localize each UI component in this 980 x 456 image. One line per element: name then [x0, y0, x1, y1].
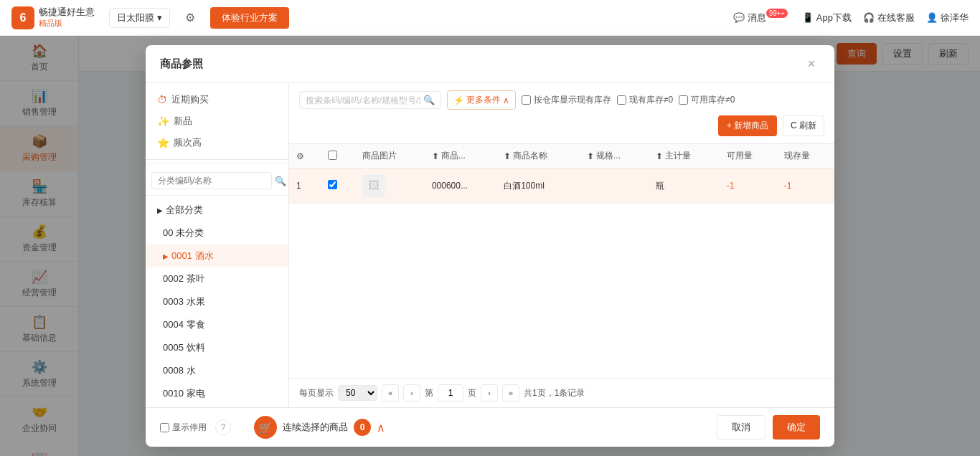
left-panel: ⏱ 近期购买 ✨ 新品 ⭐ 频次高: [146, 83, 289, 407]
category-0001[interactable]: ▶ 0001 酒水: [146, 244, 288, 267]
page-prev-btn[interactable]: ‹: [403, 384, 420, 402]
app-icon: 📱: [802, 12, 814, 23]
modal-overlay: 商品参照 × ⏱ 近期购买 ✨ 新品: [0, 36, 980, 456]
refresh-product-button[interactable]: C 刷新: [783, 115, 824, 136]
help-icon[interactable]: ?: [215, 419, 231, 435]
right-panel: 🔍 ⚡ 更多条件 ∧ 按仓库显示现有库存: [289, 83, 834, 407]
pagination: 每页显示 50 100 200 « ‹ 第 页 ›: [289, 378, 834, 407]
new-products-tab[interactable]: ✨ 新品: [151, 110, 283, 132]
page-suffix: 页: [468, 387, 476, 399]
category-00[interactable]: 00 未分类: [146, 222, 288, 244]
nav-service[interactable]: 🎧 在线客服: [863, 11, 915, 24]
cart-icon[interactable]: 🛒: [254, 416, 277, 439]
category-0010[interactable]: 0010 家电: [146, 382, 288, 405]
sort-icon-unit: ⬆: [656, 151, 663, 161]
top-nav: 6 畅捷通好生意 精品版 日太阳膜 ▾ ⚙ 体验行业方案 💬 消息 99++ 📱…: [0, 0, 980, 36]
nav-dropdown[interactable]: 日太阳膜 ▾: [109, 8, 170, 28]
logo-text: 畅捷通好生意 精品版: [39, 6, 95, 29]
category-0004[interactable]: 0004 零食: [146, 313, 288, 336]
toolbar: 🔍 ⚡ 更多条件 ∧ 按仓库显示现有库存: [289, 83, 834, 144]
sort-icon: ⬆: [432, 151, 439, 161]
row-checkbox[interactable]: [328, 180, 337, 189]
th-spec[interactable]: ⬆ 规格...: [580, 144, 649, 168]
page-label: 第: [425, 387, 433, 399]
th-name[interactable]: ⬆ 商品名称: [496, 144, 580, 168]
category-0005[interactable]: 0005 饮料: [146, 336, 288, 359]
confirm-button[interactable]: 确定: [773, 415, 820, 440]
recent-purchase-tab[interactable]: ⏱ 近期购买: [151, 89, 283, 110]
page-input[interactable]: [438, 384, 463, 402]
add-product-button[interactable]: + 新增商品: [718, 115, 777, 136]
checkbox-warehouse[interactable]: 按仓库显示现有库存: [522, 94, 611, 106]
message-icon: 💬: [733, 12, 745, 23]
page-last-btn[interactable]: »: [502, 384, 519, 402]
product-table-wrap: ⚙ 商品图片 ⬆ 商品...: [289, 144, 834, 378]
select-all-checkbox[interactable]: [328, 151, 337, 160]
cancel-button[interactable]: 取消: [717, 415, 765, 440]
chevron-down-icon: ▾: [157, 12, 162, 23]
modal-footer: 显示停用 ? 🛒 连续选择的商品 0 ∧ 取消 确定: [146, 407, 834, 447]
page-next-btn[interactable]: ›: [481, 384, 498, 402]
arrow-icon: ▶: [157, 206, 163, 214]
cell-name: 白酒100ml: [496, 168, 580, 204]
sort-icon-spec: ⬆: [587, 151, 594, 161]
modal-header: 商品参照 ×: [146, 45, 834, 83]
experience-btn[interactable]: 体验行业方案: [210, 7, 289, 29]
recent-icon: ⏱: [157, 94, 167, 105]
cell-checkbox[interactable]: [321, 168, 354, 204]
search-input-wrap: 🔍: [299, 91, 441, 109]
th-code[interactable]: ⬆ 商品...: [425, 144, 496, 168]
cell-index: 1: [289, 168, 321, 204]
page-first-btn[interactable]: «: [382, 384, 399, 402]
category-all[interactable]: ▶ 全部分类: [146, 199, 288, 222]
th-avail: 可用量: [720, 144, 777, 168]
category-search-input[interactable]: [151, 172, 272, 189]
warehouse-checkbox[interactable]: [522, 95, 531, 105]
checkbox-avail-ne0[interactable]: 可用库存≠0: [679, 94, 735, 106]
nav-right: 💬 消息 99++ 📱 App下载 🎧 在线客服 👤 徐泽华: [733, 11, 969, 24]
footer-cart: 🛒 连续选择的商品 0 ∧: [254, 416, 385, 439]
th-stock: 现存量: [777, 144, 834, 168]
category-0003[interactable]: 0003 水果: [146, 290, 288, 313]
search-input[interactable]: [306, 95, 420, 105]
left-panel-tabs: ⏱ 近期购买 ✨ 新品 ⭐ 频次高: [146, 83, 288, 160]
cart-collapse-icon[interactable]: ∧: [377, 421, 385, 434]
message-badge: 99++: [766, 9, 788, 18]
stock-ne0-checkbox[interactable]: [617, 95, 626, 105]
category-0002[interactable]: 0002 茶叶: [146, 267, 288, 290]
avail-ne0-checkbox[interactable]: [679, 95, 688, 105]
logo-area: 6 畅捷通好生意 精品版: [11, 6, 95, 29]
disabled-checkbox[interactable]: [160, 423, 169, 432]
arrow-icon-0001: ▶: [163, 252, 169, 260]
show-disabled-checkbox[interactable]: 显示停用: [160, 422, 207, 434]
category-0008[interactable]: 0008 水: [146, 359, 288, 382]
cell-code: 000600...: [425, 168, 496, 204]
nav-user[interactable]: 👤 徐泽华: [926, 11, 969, 24]
per-page-select[interactable]: 50 100 200: [338, 385, 377, 401]
nav-message[interactable]: 💬 消息 99++: [733, 11, 791, 24]
th-checkbox[interactable]: [321, 144, 354, 168]
nav-gear-icon[interactable]: ⚙: [179, 6, 202, 29]
table-row[interactable]: 1 🖼 000600... 白酒100ml 瓶: [289, 168, 834, 204]
th-settings[interactable]: ⚙: [289, 144, 321, 168]
toolbar-right: + 新增商品 C 刷新: [718, 115, 824, 136]
sort-icon-name: ⬆: [504, 151, 511, 161]
filter-icon: ⚡: [453, 95, 464, 105]
star-icon: ⭐: [157, 137, 169, 148]
service-icon: 🎧: [863, 12, 875, 23]
cell-spec: [580, 168, 649, 204]
filter-btn[interactable]: ⚡ 更多条件 ∧: [447, 90, 516, 110]
frequent-tab[interactable]: ⭐ 频次高: [151, 132, 283, 153]
content-area: 查询 设置 刷新 商品参照 × ⏱: [79, 36, 980, 456]
th-image: 商品图片: [355, 144, 425, 168]
cell-avail: -1: [720, 168, 777, 204]
nav-app-download[interactable]: 📱 App下载: [802, 11, 852, 24]
category-search-icon[interactable]: 🔍: [275, 176, 286, 186]
th-unit[interactable]: ⬆ 主计量: [649, 144, 720, 168]
product-image: 🖼: [362, 174, 385, 197]
cell-image: 🖼: [355, 168, 425, 204]
user-icon: 👤: [926, 12, 938, 23]
search-icon[interactable]: 🔍: [423, 95, 435, 105]
modal-close-button[interactable]: ×: [803, 55, 820, 72]
checkbox-stock-ne0[interactable]: 现有库存≠0: [617, 94, 673, 106]
